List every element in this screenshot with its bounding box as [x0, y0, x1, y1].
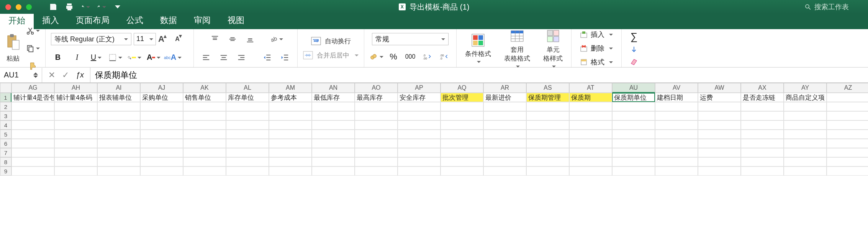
cell[interactable]	[140, 130, 183, 139]
cell[interactable]: 最低库存	[312, 93, 355, 102]
cell[interactable]	[483, 120, 526, 130]
fill-color-button[interactable]	[128, 51, 141, 64]
save-icon[interactable]	[49, 2, 58, 12]
column-header[interactable]: AJ	[140, 83, 183, 93]
cell[interactable]	[183, 148, 226, 157]
cell[interactable]	[11, 166, 54, 176]
cell[interactable]	[312, 111, 355, 120]
cell[interactable]	[612, 148, 655, 157]
cell[interactable]	[398, 120, 441, 130]
cell[interactable]	[226, 157, 269, 166]
cell[interactable]	[355, 120, 398, 130]
cell[interactable]: 最高库存	[355, 93, 398, 102]
cell[interactable]	[827, 130, 868, 139]
cell[interactable]	[612, 102, 655, 111]
cell[interactable]	[226, 120, 269, 130]
column-header[interactable]: AH	[54, 83, 97, 93]
cell[interactable]	[827, 120, 868, 130]
cell[interactable]	[140, 102, 183, 111]
cell[interactable]	[398, 166, 441, 176]
cell[interactable]	[398, 102, 441, 111]
cell[interactable]	[355, 148, 398, 157]
cell[interactable]	[312, 102, 355, 111]
increase-indent-button[interactable]	[278, 51, 292, 64]
cell[interactable]	[54, 102, 97, 111]
cell[interactable]	[784, 166, 827, 176]
cell[interactable]	[827, 148, 868, 157]
cell[interactable]	[698, 102, 741, 111]
cell[interactable]	[698, 139, 741, 148]
cell[interactable]	[269, 139, 312, 148]
cell[interactable]	[526, 120, 569, 130]
print-icon[interactable]	[65, 2, 74, 12]
cell[interactable]	[827, 111, 868, 120]
tab-view[interactable]: 视图	[219, 12, 253, 29]
cell[interactable]	[183, 130, 226, 139]
cell[interactable]	[54, 120, 97, 130]
cell[interactable]	[54, 130, 97, 139]
cell[interactable]	[183, 166, 226, 176]
row-header[interactable]: 4	[0, 120, 11, 130]
cell[interactable]	[140, 120, 183, 130]
column-header[interactable]: AK	[183, 83, 226, 93]
merge-center-button[interactable]: 合并后居中	[303, 51, 359, 60]
cell[interactable]	[741, 130, 784, 139]
cell[interactable]	[269, 120, 312, 130]
cell[interactable]	[269, 148, 312, 157]
cell[interactable]	[569, 148, 612, 157]
cell[interactable]: 是否走冻链	[741, 93, 784, 102]
cell[interactable]	[526, 130, 569, 139]
cell[interactable]	[269, 130, 312, 139]
column-header[interactable]: AO	[355, 83, 398, 93]
cell[interactable]	[97, 111, 140, 120]
cell[interactable]	[54, 139, 97, 148]
cell[interactable]	[784, 102, 827, 111]
cell[interactable]	[140, 111, 183, 120]
cell[interactable]	[54, 166, 97, 176]
cell[interactable]	[655, 120, 698, 130]
cell[interactable]	[698, 111, 741, 120]
cell[interactable]	[11, 130, 54, 139]
cell[interactable]	[355, 166, 398, 176]
cell[interactable]	[741, 102, 784, 111]
align-middle-button[interactable]	[226, 32, 239, 46]
row-header[interactable]: 1	[0, 93, 11, 102]
column-header[interactable]: AY	[784, 83, 827, 93]
cell[interactable]	[355, 111, 398, 120]
cell[interactable]	[741, 111, 784, 120]
cell[interactable]	[655, 157, 698, 166]
cell[interactable]	[741, 157, 784, 166]
cell[interactable]	[483, 148, 526, 157]
row-header[interactable]: 6	[0, 139, 11, 148]
cell[interactable]: 建档日期	[655, 93, 698, 102]
cell[interactable]	[441, 102, 483, 111]
increase-decimal-button[interactable]: .0.00	[420, 50, 434, 64]
currency-button[interactable]	[370, 50, 383, 64]
cell[interactable]	[526, 157, 569, 166]
row-header[interactable]: 2	[0, 102, 11, 111]
cell[interactable]	[698, 148, 741, 157]
cell[interactable]	[784, 111, 827, 120]
font-color-button[interactable]: A	[147, 51, 160, 64]
row-header[interactable]: 8	[0, 157, 11, 166]
column-header[interactable]: AS	[526, 83, 569, 93]
cell[interactable]	[97, 157, 140, 166]
cell[interactable]	[827, 139, 868, 148]
cell[interactable]	[312, 139, 355, 148]
cell[interactable]: 保质期管理	[526, 93, 569, 102]
fullscreen-window-button[interactable]	[26, 4, 32, 10]
orientation-button[interactable]: ab	[269, 32, 283, 46]
cell[interactable]	[655, 166, 698, 176]
cell[interactable]	[97, 120, 140, 130]
cell[interactable]	[483, 102, 526, 111]
delete-cells-button[interactable]: 删除	[577, 42, 616, 54]
decrease-font-button[interactable]: A	[174, 32, 188, 46]
border-button[interactable]	[108, 51, 122, 64]
cell[interactable]	[655, 111, 698, 120]
formula-input[interactable]	[90, 70, 868, 80]
column-header[interactable]: AV	[655, 83, 698, 93]
align-center-button[interactable]	[217, 51, 231, 64]
cell[interactable]: 保质期	[569, 93, 612, 102]
cell[interactable]	[827, 157, 868, 166]
cell[interactable]: 安全库存	[398, 93, 441, 102]
